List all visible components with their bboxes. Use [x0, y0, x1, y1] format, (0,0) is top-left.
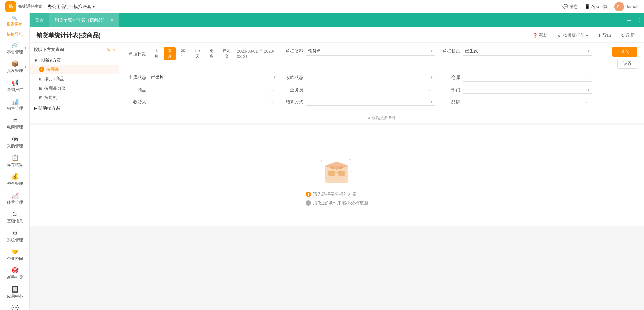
scheme-item-by-month-goods[interactable]: ⊞ 按月+商品 — [30, 74, 119, 84]
dept-select[interactable]: ▾ — [463, 86, 592, 94]
base-label: 基础信息 — [7, 219, 23, 223]
salesperson-more-icon[interactable]: ··· — [426, 87, 433, 92]
tab-close-icon[interactable]: ✕ — [110, 18, 114, 22]
sidebar-item-apps[interactable]: 🔲 应用中心 — [0, 283, 29, 302]
date-btn-this-year[interactable]: 本年 — [177, 47, 189, 60]
scheme-add-icon[interactable]: + — [102, 47, 104, 52]
help-button[interactable]: ❓ 帮助 — [530, 31, 550, 40]
tip-num-2: 2 — [306, 200, 311, 206]
guide-label: 新手引导 — [7, 275, 23, 280]
tip-text-1: 请先选择要分析的方案 — [313, 191, 357, 197]
inventory-label: 库存核算 — [7, 162, 23, 167]
recipient-input-wrap[interactable]: ··· — [149, 98, 278, 106]
filter-settlement-field: 结算方式 ▾ — [283, 98, 435, 106]
message-action[interactable]: 💬 消息 — [562, 4, 578, 10]
scheme-item-by-driver[interactable]: ⊞ 按司机 — [30, 93, 119, 102]
marketing-icon: 📢 — [11, 79, 19, 86]
report-tab-label: 销货单统计计表（按商品） — [55, 17, 107, 23]
date-btn-last-month[interactable]: 上月 — [150, 47, 162, 60]
dept-dropdown-icon: ▾ — [588, 88, 590, 92]
type-select[interactable]: 销货单 ▾ — [306, 47, 435, 56]
sidebar-item-guide[interactable]: 🎯 新手引导 — [0, 264, 29, 283]
recipient-more-icon[interactable]: ··· — [269, 99, 276, 104]
tab-minimize-icon[interactable]: — — [627, 17, 631, 23]
scheme-group-mobile-header[interactable]: ▶ 移动端方案 — [30, 104, 119, 112]
sidebar-item-system[interactable]: ⚙ 系统管理 — [0, 226, 29, 245]
export-button[interactable]: ⬆ 导出 — [595, 31, 614, 40]
print-button[interactable]: 🖨 按模板打印 ▾ — [554, 31, 591, 40]
logo-icon: 畅 — [5, 1, 16, 12]
collapse-filters-button[interactable]: ∧ 收起更多条件 — [119, 113, 644, 123]
refresh-button[interactable]: ↻ 刷新 — [618, 31, 637, 40]
apps-icon: 🔲 — [11, 286, 19, 293]
warehouse-more-icon[interactable]: ··· — [583, 75, 590, 80]
filter-salesperson-field: 业务员 ··· — [283, 86, 435, 94]
pc-group-label: 电脑端方案 — [39, 57, 61, 63]
sidebar-item-ecommerce[interactable]: 🖥 电商管理 — [0, 114, 29, 133]
sidebar-item-operation[interactable]: 📈 经营管理 — [0, 189, 29, 208]
sidebar-item-wxwork[interactable]: 💬 企业微信 — [0, 302, 29, 310]
settlement-select[interactable]: ▾ — [306, 98, 435, 106]
settlement-label: 结算方式 — [283, 99, 303, 105]
status-select[interactable]: 已生效 ▾ — [463, 47, 592, 56]
filter-area: 按以下方案查询 + ✎ « ▼ — [30, 43, 644, 123]
marketing-label: 营销推广 — [7, 87, 23, 92]
mobile-group-label: 移动端方案 — [38, 105, 60, 111]
download-action[interactable]: 📱 App下载 — [585, 4, 608, 10]
sidebar-item-purchase[interactable]: 🛍 采购管理 — [0, 133, 29, 151]
warehouse-input-wrap[interactable]: ··· — [463, 73, 592, 82]
sidebar-item-base[interactable]: 🗂 基础信息 — [0, 208, 29, 226]
tab-report[interactable]: 销货单统计计表（按商品） ✕ — [49, 13, 119, 27]
username: demo2 — [625, 4, 639, 9]
filter-type-field: 单据类型 销货单 ▾ — [283, 47, 435, 56]
sidebar-item-sales[interactable]: 📊 销售管理 — [0, 95, 29, 114]
scheme-panel-title: 按以下方案查询 — [34, 47, 64, 53]
empty-svg: ✦ ✦ ✦ — [317, 152, 357, 186]
query-button[interactable]: 查询 — [612, 47, 637, 57]
operation-icon: 📈 — [11, 192, 19, 199]
sidebar-item-inventory[interactable]: 📋 库存核算 — [0, 151, 29, 170]
scheme-item-by-category[interactable]: ⊞ 按商品分类 — [30, 84, 119, 93]
scheme-group-pc-header[interactable]: ▼ 电脑端方案 — [30, 56, 119, 65]
sidebar-item-retail[interactable]: 🛒 零售管理 ▼ — [0, 39, 29, 57]
date-btn-this-month[interactable]: 本月 — [164, 47, 176, 60]
settings-button[interactable]: 设置 — [617, 59, 637, 69]
empty-tip-1: 1 请先选择要分析的方案 — [306, 191, 368, 197]
scheme-item-label: 按商品 — [46, 66, 59, 72]
goods-input-wrap[interactable]: ··· — [149, 86, 278, 94]
date-btn-7days[interactable]: 近7天 — [191, 47, 204, 60]
salesperson-input-wrap[interactable]: ··· — [306, 86, 435, 94]
payment-select[interactable]: ▾ — [306, 74, 435, 81]
filter-row-2: 出库状态 已出库 ▾ 收款状态 — [126, 73, 637, 82]
outstatus-value: 已出库 — [151, 74, 272, 80]
brand-input-wrap[interactable]: ··· — [463, 98, 592, 106]
collapse-arrow-icon: ∧ — [368, 116, 371, 120]
goods-more-icon[interactable]: ··· — [269, 87, 276, 92]
workspace-selector[interactable]: 办公用品行业模拟账套 ▾ — [45, 2, 98, 11]
payment-dropdown-icon: ▾ — [431, 75, 433, 80]
date-btn-custom[interactable]: 自定义 — [219, 47, 234, 60]
brand-more-icon[interactable]: ··· — [583, 99, 590, 104]
date-label: 单据日期 — [126, 51, 146, 57]
status-value: 已生效 — [465, 48, 586, 54]
user-menu[interactable]: Ea demo2 — [614, 2, 639, 11]
filter-status-field: 单据状态 已生效 ▾ — [440, 47, 592, 56]
sidebar-item-wholesale[interactable]: 📦 批发管理 ▲ — [0, 57, 29, 76]
scheme-item-by-goods[interactable]: ● 按商品 — [30, 65, 119, 74]
sidebar-search[interactable]: 🔍 搜索菜单 — [0, 13, 29, 30]
workspace-label: 办公用品行业模拟账套 — [48, 4, 91, 10]
apps-label: 应用中心 — [7, 294, 23, 299]
scheme-collapse-icon[interactable]: « — [112, 47, 115, 52]
date-btn-more[interactable]: 更多 — [206, 47, 218, 60]
sidebar-item-finance[interactable]: 💰 资金管理 — [0, 170, 29, 189]
scheme-item-label: 按商品分类 — [44, 85, 66, 91]
sidebar-item-marketing[interactable]: 📢 营销推广 — [0, 76, 29, 95]
tab-expand-icon[interactable]: ⛶ — [635, 17, 640, 23]
system-label: 系统管理 — [7, 238, 23, 242]
tab-home[interactable]: 首页 — [30, 13, 49, 27]
sidebar-item-collab[interactable]: 🤝 企业协同 — [0, 245, 29, 264]
outstatus-select[interactable]: 已出库 ▾ — [149, 73, 278, 82]
payment-label: 收款状态 — [283, 74, 303, 81]
ecommerce-icon: 🖥 — [12, 117, 18, 124]
scheme-edit-icon[interactable]: ✎ — [106, 47, 110, 52]
